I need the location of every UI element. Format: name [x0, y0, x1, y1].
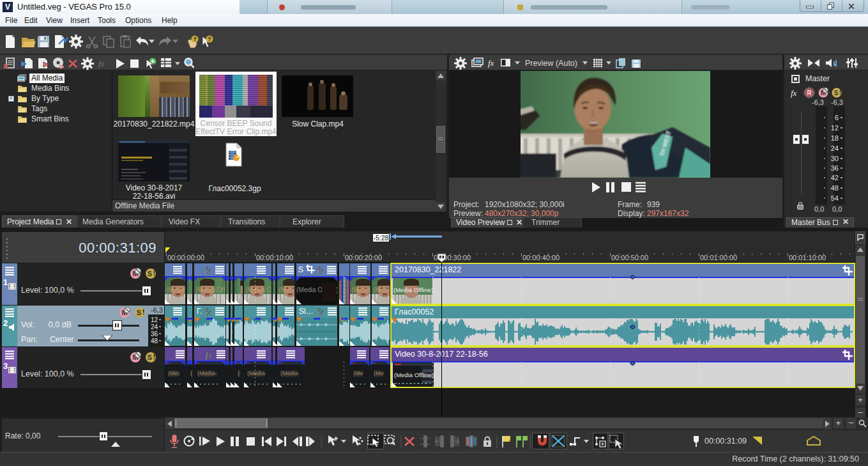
svg-text:?: ?	[193, 36, 197, 42]
svg-text:S: S	[834, 89, 839, 97]
svg-text:S: S	[148, 270, 152, 277]
svg-text:fx: fx	[98, 59, 105, 68]
svg-text:R: R	[807, 89, 812, 97]
svg-text:S: S	[148, 353, 152, 361]
svg-text:fx: fx	[206, 350, 213, 360]
svg-text:!: !	[839, 89, 841, 96]
svg-text:!: !	[153, 269, 156, 277]
svg-text:Preview (Auto): Preview (Auto)	[525, 59, 577, 68]
svg-text:!: !	[142, 308, 145, 316]
svg-text:?: ?	[208, 36, 211, 42]
svg-text:fx: fx	[488, 58, 494, 68]
svg-text:fx: fx	[317, 307, 324, 317]
svg-text:fx: fx	[317, 266, 324, 276]
svg-text:fx: fx	[204, 266, 211, 276]
svg-text:S: S	[137, 309, 141, 316]
svg-text:fx: fx	[791, 88, 797, 98]
svg-text:!: !	[153, 353, 156, 361]
svg-text:fx: fx	[204, 307, 211, 317]
